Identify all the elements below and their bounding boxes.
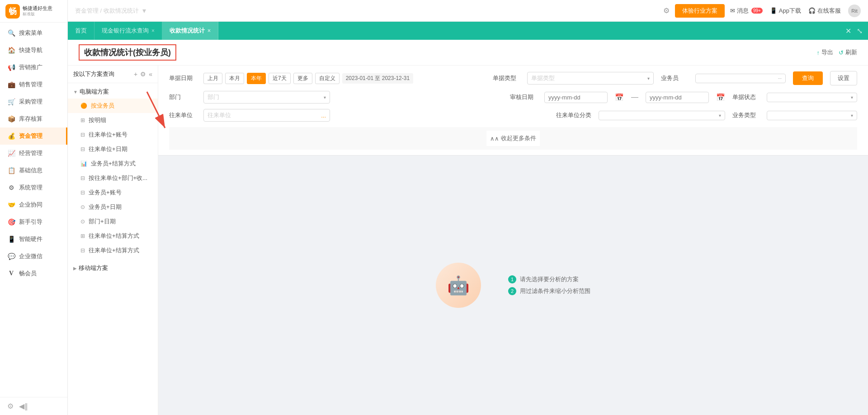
tab-bank-flow[interactable]: 现金银行流水查询 ×: [94, 22, 162, 40]
guide-icon: 🎯: [7, 218, 15, 226]
scheme-item-by-salesperson[interactable]: 🟠 按业务员: [68, 99, 158, 113]
service-icon: 🎧: [808, 7, 816, 14]
tab-home-label: 首页: [75, 27, 87, 35]
refresh-btn[interactable]: ↺ 刷新: [839, 48, 857, 57]
counterpart-select[interactable]: 往来单位 ...: [203, 109, 330, 122]
sidebar-item-quicknav[interactable]: 🏠 快捷导航: [0, 42, 67, 59]
scheme-item-detail[interactable]: ⊞ 按明细: [68, 113, 158, 127]
empty-instructions: 1 请先选择要分析的方案 2 用过滤条件来缩小分析范围: [508, 275, 590, 295]
page-actions: ↑ 导出 ↺ 刷新: [817, 48, 858, 57]
avatar[interactable]: Rit: [848, 5, 861, 17]
sidebar-item-sales[interactable]: 💼 销售管理: [0, 76, 67, 93]
sidebar-item-member[interactable]: V 畅会员: [0, 265, 67, 282]
app-download-group[interactable]: 📱 App下载: [770, 7, 801, 15]
sidebar: 畅 畅捷通好生意 标准版 🔍 搜索菜单 🏠 快捷导航 📢 营销推广 💼 销售管理…: [0, 0, 68, 415]
scheme-item-sales-account[interactable]: ⊟ 业务员+账号: [68, 185, 158, 200]
sidebar-item-hardware[interactable]: 📱 智能硬件: [0, 231, 67, 248]
tab-bank-flow-close[interactable]: ×: [151, 28, 155, 34]
counterpart-label: 往来单位: [169, 111, 196, 119]
mobile-expand-arrow-icon: ▶: [73, 266, 77, 271]
sidebar-item-inventory[interactable]: 📦 库存核算: [0, 110, 67, 127]
sidebar-item-basic-info[interactable]: 📋 基础信息: [0, 162, 67, 179]
filter-area: 单据日期 上月 本月 本年 近7天 更多 自定义 2023-01-01 至 20…: [158, 66, 868, 156]
date-btn-7days[interactable]: 近7天: [269, 73, 291, 84]
online-service-group[interactable]: 🎧 在线客服: [808, 7, 841, 15]
calendar-icon-end[interactable]: 📅: [716, 93, 725, 102]
collapse-sidebar-icon[interactable]: ◀‖: [19, 402, 28, 410]
scheme-item-label: 往来单位+日期: [89, 145, 127, 153]
scheme-item-label: 业务员+日期: [89, 203, 122, 211]
counterpart-more-icon[interactable]: ...: [321, 112, 326, 119]
scheme-item-label: 往来单位+结算方式: [89, 246, 139, 255]
step-2-circle: 2: [508, 287, 516, 295]
setting-scheme-icon[interactable]: ⚙: [140, 71, 146, 78]
tab-home[interactable]: 首页: [68, 22, 94, 40]
topbar-dropdown-icon[interactable]: ▾: [142, 6, 146, 15]
member-icon: V: [7, 270, 15, 277]
scheme-item-unit-dept[interactable]: ⊟ 按往来单位+部门+收...: [68, 171, 158, 185]
scheme-mobile-title[interactable]: ▶ 移动端方案: [68, 261, 158, 275]
scheme-item-unit-settle2[interactable]: ⊟ 往来单位+结算方式: [68, 243, 158, 258]
scheme-icon-8: ⊙: [80, 204, 85, 210]
biz-type-select[interactable]: ▾: [767, 111, 857, 120]
step-1-circle: 1: [508, 275, 516, 283]
sidebar-item-finance[interactable]: 💰 资金管理: [0, 127, 67, 145]
date-btn-this-month[interactable]: 本月: [225, 73, 244, 84]
settings-bottom-icon[interactable]: ⚙: [7, 402, 14, 410]
logo-icon: 畅: [5, 4, 20, 19]
dept-label: 部门: [169, 93, 196, 101]
calendar-icon-start[interactable]: 📅: [615, 93, 624, 102]
date-btn-last-month[interactable]: 上月: [203, 73, 222, 84]
page-header: 收款情况统计(按业务员) ↑ 导出 ↺ 刷新: [68, 40, 868, 66]
date-btn-more[interactable]: 更多: [293, 73, 312, 84]
review-date-end[interactable]: [646, 92, 709, 103]
doc-status-select[interactable]: ▾: [767, 93, 857, 102]
date-btn-this-year[interactable]: 本年: [247, 73, 266, 84]
marketing-icon: 📢: [7, 64, 15, 71]
dept-select[interactable]: 部门 ▾: [203, 91, 330, 104]
date-btn-custom[interactable]: 自定义: [315, 73, 340, 84]
purchase-icon: 🛒: [7, 98, 15, 105]
scheme-item-unit-account[interactable]: ⊟ 往来单位+账号: [68, 127, 158, 142]
sidebar-item-marketing[interactable]: 📢 营销推广: [0, 59, 67, 76]
trial-btn[interactable]: 体验行业方案: [675, 4, 725, 18]
scheme-item-unit-settle1[interactable]: ⊞ 往来单位+结算方式: [68, 229, 158, 243]
salesperson-select[interactable]: ···: [695, 74, 786, 83]
app-download-label: App下载: [779, 7, 801, 15]
page-title: 收款情况统计(按业务员): [79, 44, 176, 61]
tab-collection-stats[interactable]: 收款情况统计 ×: [162, 22, 218, 40]
scheme-icon-9: ⊙: [80, 218, 85, 225]
scheme-desktop-title[interactable]: ▼ 电脑端方案: [68, 85, 158, 99]
review-date-start[interactable]: [544, 92, 608, 103]
tab-collection-stats-close[interactable]: ×: [208, 28, 211, 34]
messages-icon-group[interactable]: ✉ 消息 99+: [730, 7, 763, 15]
tab-maximize-icon[interactable]: ⤡: [857, 27, 863, 35]
sidebar-item-purchase[interactable]: 🛒 采购管理: [0, 93, 67, 110]
scheme-item-sales-date[interactable]: ⊙ 业务员+日期: [68, 200, 158, 214]
sidebar-item-system[interactable]: ⚙ 系统管理: [0, 179, 67, 196]
set-btn[interactable]: 设置: [830, 71, 857, 85]
filter-row-3: 往来单位 往来单位 ... 往来单位分类 ▾ 业务类型: [169, 109, 857, 122]
scheme-item-sales-settle[interactable]: 📊 业务员+结算方式: [68, 156, 158, 171]
message-icon: ✉: [730, 7, 735, 14]
sidebar-item-operations[interactable]: 📈 经营管理: [0, 145, 67, 162]
sidebar-item-collab[interactable]: 🤝 企业协同: [0, 196, 67, 213]
doc-type-dropdown-icon: ▾: [647, 76, 650, 81]
sidebar-item-wechat[interactable]: 💬 企业微信: [0, 248, 67, 265]
sidebar-item-guide[interactable]: 🎯 新手引导: [0, 213, 67, 231]
export-btn[interactable]: ↑ 导出: [817, 48, 834, 57]
sidebar-item-search[interactable]: 🔍 搜索菜单: [0, 24, 67, 42]
scheme-icon-7: ⊟: [80, 189, 85, 196]
doc-type-select[interactable]: 单据类型 ▾: [527, 72, 654, 85]
collapse-scheme-icon[interactable]: «: [149, 71, 152, 78]
scheme-item-unit-date[interactable]: ⊟ 往来单位+日期: [68, 142, 158, 156]
counterpart-category-select[interactable]: ▾: [599, 111, 725, 120]
system-icon: ⚙: [7, 184, 15, 191]
gear-icon[interactable]: ⚙: [663, 6, 670, 15]
scheme-item-dept-date[interactable]: ⊙ 部门+日期: [68, 214, 158, 229]
scheme-mobile-section: ▶ 移动端方案: [68, 259, 158, 277]
add-scheme-icon[interactable]: +: [134, 71, 137, 78]
query-btn[interactable]: 查询: [793, 71, 823, 85]
collapse-btn[interactable]: ∧∧ 收起更多条件: [486, 131, 540, 146]
tab-close-window-icon[interactable]: ✕: [845, 27, 851, 35]
